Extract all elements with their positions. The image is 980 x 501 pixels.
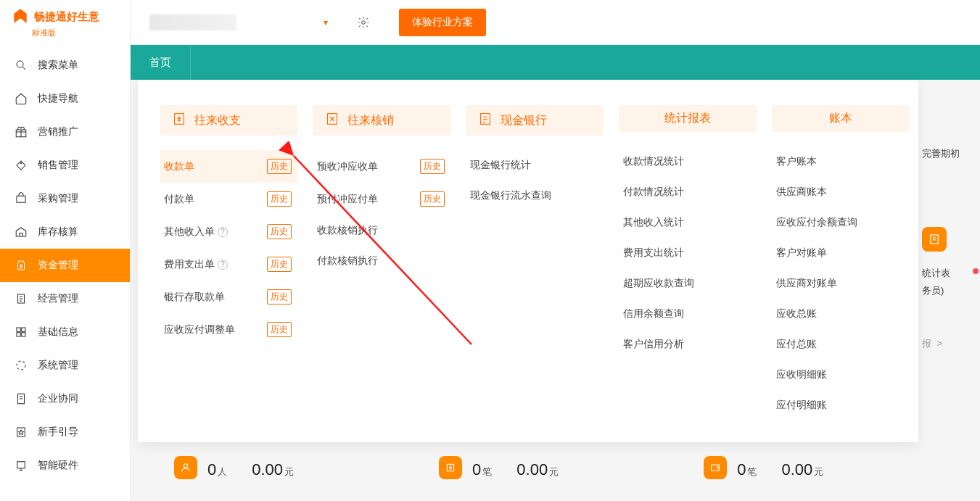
help-icon[interactable]: ? xyxy=(218,227,228,237)
menu-item-label: 客户对账单 xyxy=(776,247,827,260)
experience-button[interactable]: 体验行业方案 xyxy=(399,9,486,36)
menu-item[interactable]: 供应商账本 xyxy=(772,177,910,207)
help-icon[interactable]: ? xyxy=(218,260,228,270)
menu-item[interactable]: 客户账本 xyxy=(772,146,910,177)
mega-column-header: 统计报表 xyxy=(619,105,757,132)
svg-rect-8 xyxy=(22,333,25,336)
svg-point-22 xyxy=(717,467,720,469)
star-icon xyxy=(15,426,28,439)
cart-icon xyxy=(15,192,28,205)
menu-item-label: 应收应付余额查询 xyxy=(776,216,857,229)
stat-count: 0 xyxy=(472,460,481,479)
gift-icon xyxy=(15,125,28,138)
menu-item[interactable]: 付款情况统计 xyxy=(619,177,757,207)
menu-item-label: 应收明细账 xyxy=(776,368,827,381)
history-tag[interactable]: 历史 xyxy=(267,191,292,207)
menu-item[interactable]: 收款核销执行 xyxy=(313,215,450,246)
history-tag[interactable]: 历史 xyxy=(267,322,292,337)
sidebar-item-label: 系统管理 xyxy=(38,359,78,372)
tab-home[interactable]: 首页 xyxy=(131,46,191,80)
peek-text: 统计表 xyxy=(922,265,980,281)
menu-item[interactable]: 应收应付余额查询 xyxy=(772,207,910,238)
column-title: 统计报表 xyxy=(664,111,711,126)
menu-item-label: 付款核销执行 xyxy=(317,254,378,268)
menu-item[interactable]: 超期应收款查询 xyxy=(619,268,757,299)
stat-icon xyxy=(174,456,197,479)
menu-item[interactable]: 收款单历史 xyxy=(160,150,297,183)
svg-rect-14 xyxy=(931,235,939,244)
menu-item[interactable]: 供应商对账单 xyxy=(772,268,910,299)
menu-item[interactable]: 其他收入统计 xyxy=(619,207,757,238)
settings-button[interactable] xyxy=(355,15,371,30)
history-tag[interactable]: 历史 xyxy=(420,191,445,207)
menu-item-label: 预收冲应收单 xyxy=(317,160,378,173)
column-title: 账本 xyxy=(829,111,852,126)
menu-item[interactable]: 应收总账 xyxy=(772,299,910,329)
menu-item[interactable]: 预付冲应付单历史 xyxy=(313,183,450,215)
sidebar-item-guide[interactable]: 新手引导 xyxy=(0,415,130,449)
menu-item[interactable]: 收款情况统计 xyxy=(619,146,757,177)
device-icon xyxy=(15,459,28,472)
svg-rect-7 xyxy=(17,333,20,336)
sidebar-item-system[interactable]: 系统管理 xyxy=(0,349,130,382)
sidebar-item-hardware[interactable]: 智能硬件 xyxy=(0,449,130,482)
menu-item[interactable]: 银行存取款单历史 xyxy=(160,281,297,313)
svg-point-19 xyxy=(184,464,187,468)
right-panel-peek: 完善期初 统计表 务员) 报 xyxy=(922,145,980,352)
history-tag[interactable]: 历史 xyxy=(267,224,292,239)
column-title: 现金银行 xyxy=(501,113,547,128)
tag-icon xyxy=(15,159,28,172)
menu-item-label: 费用支出统计 xyxy=(623,247,684,260)
menu-item[interactable]: 预收冲应收单历史 xyxy=(313,150,450,183)
menu-item[interactable]: 现金银行统计 xyxy=(466,150,604,181)
sidebar-item-basic[interactable]: 基础信息 xyxy=(0,315,130,349)
menu-item[interactable]: 费用支出单?历史 xyxy=(160,248,297,281)
menu-item[interactable]: 费用支出统计 xyxy=(619,238,757,268)
mega-column: 账本客户账本供应商账本应收应付余额查询客户对账单供应商对账单应收总账应付总账应收… xyxy=(772,105,925,421)
column-title: 往来收支 xyxy=(194,113,241,128)
menu-item[interactable]: 付款单历史 xyxy=(160,183,297,215)
menu-item-label: 收款核销执行 xyxy=(317,224,378,237)
sidebar-item-label: 新手引导 xyxy=(38,426,78,439)
mega-column: 统计报表收款情况统计付款情况统计其他收入统计费用支出统计超期应收款查询信用余额查… xyxy=(619,105,772,421)
menu-item[interactable]: 现金银行流水查询 xyxy=(466,181,604,211)
peek-icon[interactable] xyxy=(922,227,947,252)
menu-item[interactable]: 付款核销执行 xyxy=(313,246,450,276)
history-tag[interactable]: 历史 xyxy=(267,257,292,272)
history-tag[interactable]: 历史 xyxy=(267,289,292,305)
sidebar-item-search[interactable]: 搜索菜单 xyxy=(0,49,130,82)
svg-rect-21 xyxy=(712,465,720,471)
company-selector[interactable]: ▾ xyxy=(145,10,342,35)
menu-item[interactable]: 应付总账 xyxy=(772,329,910,360)
menu-item[interactable]: 应收明细账 xyxy=(772,360,910,390)
history-tag[interactable]: 历史 xyxy=(267,159,292,174)
mega-column-header: 往来收支 xyxy=(160,105,297,136)
header: ▾ 体验行业方案 xyxy=(131,0,980,45)
menu-item-label: 其他收入统计 xyxy=(623,216,684,229)
history-tag[interactable]: 历史 xyxy=(420,159,445,174)
menu-item-label: 银行存取款单 xyxy=(164,291,225,304)
sidebar-item-operations[interactable]: 经营管理 xyxy=(0,282,130,315)
unit: 笔 xyxy=(747,465,757,479)
menu-item[interactable]: 客户信用分析 xyxy=(619,329,757,360)
sidebar-item-enterprise[interactable]: 企业协同 xyxy=(0,382,130,415)
menu-item[interactable]: 信用余额查询 xyxy=(619,299,757,329)
menu-item-label: 应付明细账 xyxy=(776,399,827,412)
sidebar-item-quicknav[interactable]: 快捷导航 xyxy=(0,82,130,115)
menu-item[interactable]: 应付明细账 xyxy=(772,390,910,421)
stat-amount: 0.00 xyxy=(516,460,548,479)
sidebar-item-funds[interactable]: 资金管理 xyxy=(0,249,130,282)
menu-item[interactable]: 应收应付调整单历史 xyxy=(160,313,297,346)
sidebar-item-sales[interactable]: 销售管理 xyxy=(0,149,130,182)
svg-point-13 xyxy=(362,20,366,24)
sidebar-item-purchase[interactable]: 采购管理 xyxy=(0,182,130,215)
sidebar-item-label: 企业协同 xyxy=(38,392,78,405)
search-icon xyxy=(15,59,28,72)
menu-item[interactable]: 客户对账单 xyxy=(772,238,910,268)
menu-item[interactable]: 其他收入单?历史 xyxy=(160,215,297,248)
tab-bar: 首页 xyxy=(131,45,980,80)
peek-link[interactable]: 报 xyxy=(922,335,980,352)
menu-item-label: 现金银行统计 xyxy=(470,159,531,172)
sidebar-item-marketing[interactable]: 营销推广 xyxy=(0,115,130,149)
sidebar-item-inventory[interactable]: 库存核算 xyxy=(0,215,130,249)
